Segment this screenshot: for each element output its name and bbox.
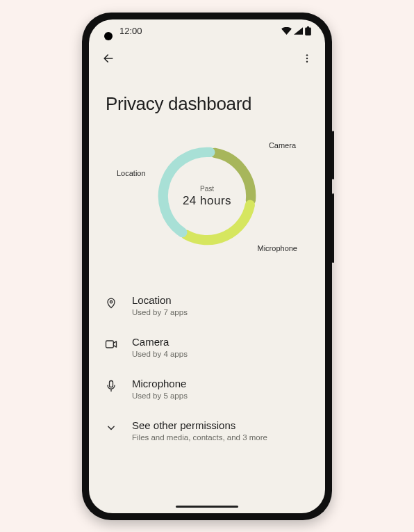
perm-title: Camera bbox=[132, 336, 310, 348]
arrow-back-icon bbox=[101, 51, 115, 65]
wifi-icon bbox=[281, 27, 292, 35]
camera-icon bbox=[104, 337, 118, 351]
app-bar bbox=[89, 43, 325, 74]
list-item-camera[interactable]: Camera Used by 4 apps bbox=[104, 326, 310, 368]
phone-frame: 12:00 Privacy dashboard Past 24 hours Ca… bbox=[82, 13, 332, 520]
svg-rect-5 bbox=[110, 380, 113, 387]
chevron-down-icon bbox=[104, 421, 118, 435]
ring-center: Past 24 hours bbox=[183, 184, 231, 207]
more-button[interactable] bbox=[301, 53, 313, 64]
gesture-nav-bar[interactable] bbox=[176, 506, 238, 508]
list-item-microphone[interactable]: Microphone Used by 5 apps bbox=[104, 368, 310, 410]
microphone-icon bbox=[104, 379, 118, 393]
ring-label-microphone: Microphone bbox=[258, 244, 297, 252]
ring-label-camera: Camera bbox=[269, 141, 296, 150]
svg-point-0 bbox=[306, 54, 308, 56]
side-button bbox=[332, 193, 334, 263]
front-camera-cutout bbox=[104, 32, 113, 40]
perm-sub: Used by 7 apps bbox=[132, 308, 310, 316]
ring-label-location: Location bbox=[117, 169, 146, 177]
status-time: 12:00 bbox=[119, 26, 142, 36]
ring-sub: Past bbox=[183, 184, 231, 192]
svg-point-3 bbox=[110, 300, 112, 303]
perm-title: See other permissions bbox=[132, 419, 310, 431]
screen: 12:00 Privacy dashboard Past 24 hours Ca… bbox=[89, 19, 325, 513]
side-button bbox=[332, 131, 334, 179]
svg-point-1 bbox=[306, 57, 308, 58]
perm-title: Location bbox=[132, 294, 310, 306]
page-title: Privacy dashboard bbox=[89, 74, 325, 123]
usage-ring: Past 24 hours Camera Location Microphone bbox=[89, 123, 325, 269]
back-button[interactable] bbox=[101, 51, 115, 65]
permissions-list: Location Used by 7 apps Camera Used by 4… bbox=[89, 276, 325, 451]
location-pin-icon bbox=[104, 296, 118, 309]
perm-sub: Used by 5 apps bbox=[132, 392, 310, 400]
ring-main: 24 hours bbox=[183, 193, 231, 207]
perm-sub: Files and media, contacts, and 3 more bbox=[132, 433, 310, 442]
cell-signal-icon bbox=[294, 27, 303, 35]
status-bar: 12:00 bbox=[89, 19, 325, 43]
list-item-see-other[interactable]: See other permissions Files and media, c… bbox=[104, 410, 310, 451]
perm-sub: Used by 4 apps bbox=[132, 350, 310, 358]
status-indicators bbox=[281, 26, 311, 35]
list-item-location[interactable]: Location Used by 7 apps bbox=[104, 284, 310, 326]
more-vert-icon bbox=[301, 53, 313, 64]
perm-title: Microphone bbox=[132, 378, 310, 389]
battery-icon bbox=[305, 26, 311, 35]
svg-rect-4 bbox=[106, 341, 114, 348]
svg-point-2 bbox=[306, 61, 308, 62]
